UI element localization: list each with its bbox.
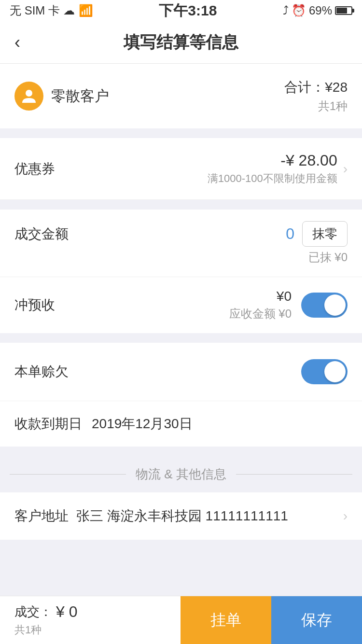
bottom-count: 共1种 [14, 623, 166, 637]
transaction-sub: 已抹 ¥0 [14, 250, 348, 265]
duedate-row: 收款到期日 2019年12月30日 [0, 401, 362, 447]
logistics-line-right [236, 474, 352, 475]
status-right: ⤴ ⏰ 69% [283, 4, 352, 17]
battery-icon [335, 6, 352, 15]
save-button[interactable]: 保存 [271, 596, 362, 644]
debt-row: 本单赊欠 [0, 343, 362, 401]
debt-label: 本单赊欠 [14, 363, 69, 381]
customer-left: 零散客户 [14, 82, 109, 111]
transaction-top: 成交金额 0 抹零 [14, 221, 348, 247]
wifi-icon: 📶 [79, 4, 93, 17]
address-value: 张三 海淀永丰科技园 11111111111 [76, 507, 335, 525]
prereceive-right: ¥0 应收金额 ¥0 [229, 289, 348, 322]
status-bar: 无 SIM 卡 ☁ 📶 下午3:18 ⤴ ⏰ 69% [0, 0, 362, 21]
bottom-transaction-value: ¥ 0 [56, 603, 77, 621]
bottom-bar: 成交： ¥ 0 共1种 挂单 保存 [0, 596, 362, 644]
status-left: 无 SIM 卡 ☁ 📶 [10, 3, 93, 18]
coupon-desc: 满1000-100不限制使用金额 [208, 171, 337, 186]
divider-4 [0, 447, 362, 456]
status-time: 下午3:18 [159, 1, 217, 21]
transaction-label: 成交金额 [14, 225, 69, 243]
coupon-label: 优惠券 [14, 160, 55, 178]
duedate-label: 收款到期日 [14, 415, 82, 433]
divider-3 [0, 333, 362, 343]
logistics-text: 物流 & 其他信息 [136, 466, 226, 483]
transaction-right-top: 0 抹零 [286, 221, 348, 247]
customer-avatar [14, 82, 43, 111]
toggle-knob [324, 294, 346, 316]
address-label: 客户地址 [14, 507, 69, 525]
divider-2 [0, 200, 362, 210]
address-chevron-icon: › [343, 508, 348, 524]
transaction-value: 0 [286, 225, 294, 243]
debt-toggle[interactable] [301, 359, 348, 384]
duedate-value: 2019年12月30日 [92, 415, 193, 433]
customer-summary: 合计：¥28 共1种 [284, 78, 348, 114]
alarm-icon: ⏰ [292, 4, 306, 17]
customer-row: 零散客户 合计：¥28 共1种 [14, 78, 348, 114]
customer-name: 零散客户 [51, 86, 109, 106]
bottom-transaction: 成交： ¥ 0 [14, 603, 166, 621]
logistics-line-left [10, 474, 126, 475]
coupon-chevron-icon: › [343, 161, 348, 177]
prereceive-row: 冲预收 ¥0 应收金额 ¥0 [0, 277, 362, 333]
prereceive-toggle[interactable] [301, 293, 348, 318]
divider-1 [0, 128, 362, 138]
sim-label: 无 SIM 卡 ☁ [10, 3, 75, 18]
prereceive-sub-amount: 应收金额 ¥0 [229, 306, 292, 322]
location-icon: ⤴ [283, 4, 289, 17]
round-button[interactable]: 抹零 [302, 221, 348, 247]
prereceive-amounts: ¥0 应收金额 ¥0 [229, 289, 292, 322]
svg-point-0 [26, 90, 32, 97]
coupon-value-block: -¥ 28.00 满1000-100不限制使用金额 [208, 152, 337, 186]
coupon-right: -¥ 28.00 满1000-100不限制使用金额 › [208, 152, 348, 186]
customer-total: 合计：¥28 [284, 78, 348, 97]
transaction-row: 成交金额 0 抹零 已抹 ¥0 [0, 210, 362, 277]
customer-section: 零散客户 合计：¥28 共1种 [0, 64, 362, 128]
bottom-left: 成交： ¥ 0 共1种 [0, 603, 181, 637]
bottom-transaction-label: 成交： [14, 603, 52, 620]
hold-button[interactable]: 挂单 [181, 596, 271, 644]
customer-count: 共1种 [284, 98, 348, 114]
coupon-row[interactable]: 优惠券 -¥ 28.00 满1000-100不限制使用金额 › [0, 138, 362, 200]
battery-percent: 69% [309, 4, 332, 17]
coupon-amount: -¥ 28.00 [208, 152, 337, 169]
prereceive-label: 冲预收 [14, 296, 55, 314]
nav-bar: ‹ 填写结算等信息 [0, 21, 362, 64]
person-icon [20, 87, 38, 105]
back-button[interactable]: ‹ [14, 32, 20, 53]
prereceive-main-amount: ¥0 [229, 289, 292, 304]
logistics-divider: 物流 & 其他信息 [0, 456, 362, 492]
page-title: 填写结算等信息 [124, 31, 238, 54]
address-row[interactable]: 客户地址 张三 海淀永丰科技园 11111111111 › [0, 492, 362, 540]
debt-toggle-knob [324, 361, 346, 382]
